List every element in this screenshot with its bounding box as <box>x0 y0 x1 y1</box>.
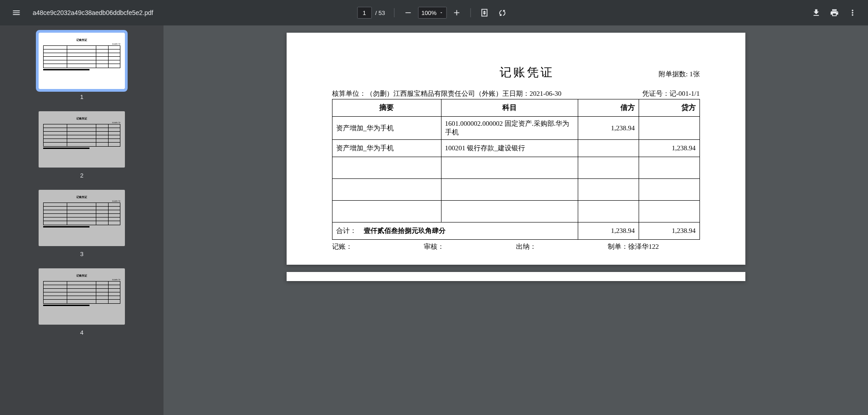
cell-summary <box>332 201 441 222</box>
zoom-display[interactable]: 100% <box>418 7 447 19</box>
download-icon <box>812 8 821 17</box>
toolbar-right <box>808 5 861 21</box>
main: 记账凭证附单据数: 1张1记账凭证附单据数: 1张2记账凭证附单据数: 1张3记… <box>0 25 868 415</box>
table-row <box>332 157 699 179</box>
toolbar-center: / 53 100% <box>357 5 511 21</box>
thumbnail[interactable]: 记账凭证附单据数: 1张 <box>39 33 125 89</box>
page-input[interactable] <box>357 7 372 19</box>
total-row: 合计：壹仟贰佰叁拾捌元玖角肆分1,238.941,238.94 <box>332 222 699 240</box>
cell-credit: 1,238.94 <box>639 140 699 157</box>
fit-page-button[interactable] <box>476 5 493 21</box>
cell-debit <box>578 157 639 179</box>
voucher-table: 摘要 科目 借方 贷方 资产增加_华为手机1601.000002.000002 … <box>332 99 700 240</box>
thumbnail-number: 1 <box>80 94 83 100</box>
table-row <box>332 201 699 222</box>
attachments: 附单据数: 1张 <box>659 70 699 79</box>
cell-summary <box>332 179 441 201</box>
rotate-button[interactable] <box>495 5 511 21</box>
cell-credit <box>639 157 699 179</box>
thumbnail[interactable]: 记账凭证附单据数: 1张 <box>39 111 125 168</box>
footer-preparer: 制单：徐泽华122 <box>608 242 700 251</box>
cell-subject: 100201 银行存款_建设银行 <box>441 140 578 157</box>
print-icon <box>830 8 839 17</box>
rotate-icon <box>498 8 507 17</box>
cell-debit <box>578 201 639 222</box>
total-credit: 1,238.94 <box>639 222 699 240</box>
thumbnail-sidebar[interactable]: 记账凭证附单据数: 1张1记账凭证附单据数: 1张2记账凭证附单据数: 1张3记… <box>0 25 164 415</box>
header-credit: 贷方 <box>639 99 699 117</box>
cell-debit <box>578 179 639 201</box>
thumbnail[interactable]: 记账凭证附单据数: 1张 <box>39 268 125 325</box>
menu-button[interactable] <box>7 4 25 22</box>
footer-bookkeeper: 记账： <box>332 242 424 251</box>
pdf-page-next <box>287 272 745 281</box>
zoom-out-button[interactable] <box>400 5 417 21</box>
doc-meta: 核算单位：（勿删）江西服宝精品有限责任公司（外账）王 日期：2021-06-30… <box>332 89 700 98</box>
meta-voucher: 凭证号：记-001-1/1 <box>642 89 700 98</box>
content-area[interactable]: 记账凭证 附单据数: 1张 核算单位：（勿删）江西服宝精品有限责任公司（外账）王… <box>164 25 868 415</box>
doc-title: 记账凭证 <box>396 64 659 80</box>
minus-icon <box>404 8 413 17</box>
filename: a48ce9c2032a49c38aedb06ddbcfe5e2.pdf <box>33 9 153 16</box>
cell-credit <box>639 117 699 140</box>
footer-reviewer: 审核： <box>424 242 516 251</box>
header-subject: 科目 <box>441 99 578 117</box>
cell-subject <box>441 157 578 179</box>
table-row: 资产增加_华为手机100201 银行存款_建设银行1,238.94 <box>332 140 699 157</box>
print-button[interactable] <box>826 5 843 21</box>
plus-icon <box>452 8 461 17</box>
fit-icon <box>480 8 489 17</box>
thumbnail-item: 记账凭证附单据数: 1张4 <box>0 268 164 336</box>
more-button[interactable] <box>844 5 861 21</box>
separator <box>394 8 395 17</box>
cell-debit: 1,238.94 <box>578 117 639 140</box>
meta-date: 日期：2021-06-30 <box>509 89 642 98</box>
table-header-row: 摘要 科目 借方 贷方 <box>332 99 699 117</box>
table-row: 资产增加_华为手机1601.000002.000002 固定资产.采购部.华为手… <box>332 117 699 140</box>
pdf-page: 记账凭证 附单据数: 1张 核算单位：（勿删）江西服宝精品有限责任公司（外账）王… <box>287 33 745 265</box>
cell-subject: 1601.000002.000002 固定资产.采购部.华为手机 <box>441 117 578 140</box>
thumbnail-number: 3 <box>80 251 83 257</box>
cell-summary <box>332 157 441 179</box>
cell-credit <box>639 179 699 201</box>
cell-debit <box>578 140 639 157</box>
hamburger-icon <box>12 8 21 17</box>
footer-cashier: 出纳： <box>516 242 608 251</box>
header-debit: 借方 <box>578 99 639 117</box>
header-summary: 摘要 <box>332 99 441 117</box>
meta-unit: 核算单位：（勿删）江西服宝精品有限责任公司（外账）王 <box>332 89 509 98</box>
doc-header: 记账凭证 附单据数: 1张 <box>332 64 700 80</box>
doc-footer: 记账： 审核： 出纳： 制单：徐泽华122 <box>332 242 700 251</box>
total-debit: 1,238.94 <box>578 222 639 240</box>
thumbnail-item: 记账凭证附单据数: 1张1 <box>0 33 164 100</box>
more-icon <box>848 8 857 17</box>
zoom-in-button[interactable] <box>449 5 465 21</box>
toolbar: a48ce9c2032a49c38aedb06ddbcfe5e2.pdf / 5… <box>0 0 868 25</box>
thumbnail-number: 4 <box>80 329 83 336</box>
thumbnail[interactable]: 记账凭证附单据数: 1张 <box>39 190 125 246</box>
thumbnail-item: 记账凭证附单据数: 1张2 <box>0 111 164 179</box>
table-row <box>332 179 699 201</box>
cell-subject <box>441 179 578 201</box>
cell-credit <box>639 201 699 222</box>
dropdown-icon <box>439 10 444 15</box>
thumbnail-number: 2 <box>80 172 83 179</box>
cell-summary: 资产增加_华为手机 <box>332 117 441 140</box>
download-button[interactable] <box>808 5 824 21</box>
total-label: 合计：壹仟贰佰叁拾捌元玖角肆分 <box>332 222 578 240</box>
cell-summary: 资产增加_华为手机 <box>332 140 441 157</box>
thumbnail-item: 记账凭证附单据数: 1张3 <box>0 190 164 257</box>
page-total: / 53 <box>375 10 385 16</box>
cell-subject <box>441 201 578 222</box>
separator <box>471 8 471 17</box>
